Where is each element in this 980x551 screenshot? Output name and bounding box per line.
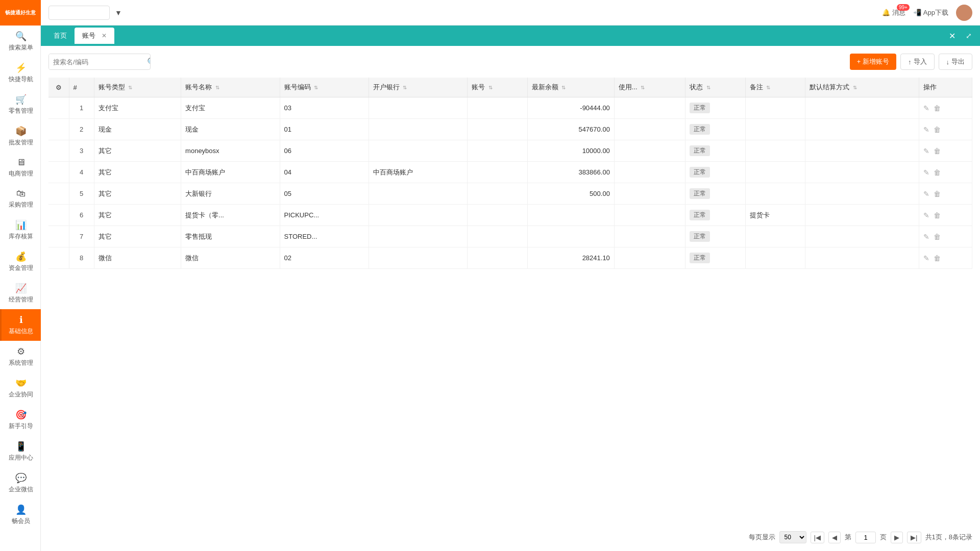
sidebar-item-newbie-guide[interactable]: 🎯 新手引导 bbox=[0, 404, 41, 436]
col-remark[interactable]: 备注 ⇅ bbox=[745, 78, 805, 97]
search-input[interactable] bbox=[49, 54, 143, 69]
delete-button[interactable]: 🗑 bbox=[934, 233, 941, 241]
topbar-dropdown-icon[interactable]: ▼ bbox=[115, 9, 122, 17]
topbar-search-input[interactable] bbox=[48, 6, 110, 20]
cell-default-settlement bbox=[805, 205, 919, 226]
import-button[interactable]: ↑ 导入 bbox=[900, 54, 935, 70]
tab-home[interactable]: 首页 bbox=[46, 28, 75, 44]
cell-account-name: 提货卡（零... bbox=[181, 205, 280, 226]
cell-balance: 383866.00 bbox=[527, 162, 614, 183]
last-page-button[interactable]: ▶| bbox=[907, 532, 921, 543]
col-account-name[interactable]: 账号名称 ⇅ bbox=[181, 78, 280, 97]
cell-bank bbox=[369, 97, 467, 119]
edit-button[interactable]: ✎ bbox=[923, 168, 929, 177]
system-icon: ⚙ bbox=[4, 346, 38, 357]
delete-button[interactable]: 🗑 bbox=[934, 254, 941, 262]
cell-account-code: 03 bbox=[280, 97, 369, 119]
cell-status: 正常 bbox=[685, 226, 745, 247]
prev-page-button[interactable]: ◀ bbox=[828, 532, 841, 543]
col-default-settlement[interactable]: 默认结算方式 ⇅ bbox=[805, 78, 919, 97]
sidebar-item-enterprise-wechat[interactable]: 💬 企业微信 bbox=[0, 467, 41, 499]
sidebar-item-inventory[interactable]: 📊 库存核算 bbox=[0, 214, 41, 246]
cell-account-code: 04 bbox=[280, 162, 369, 183]
col-bank[interactable]: 开户银行 ⇅ bbox=[369, 78, 467, 97]
cell-remark bbox=[745, 97, 805, 119]
edit-button[interactable]: ✎ bbox=[923, 104, 929, 112]
edit-button[interactable]: ✎ bbox=[923, 190, 929, 198]
sidebar-item-basic-info[interactable]: ℹ 基础信息 bbox=[0, 309, 41, 341]
sidebar-item-enterprise-agreement[interactable]: 🤝 企业协同 bbox=[0, 372, 41, 404]
cell-status: 正常 bbox=[685, 247, 745, 269]
delete-button[interactable]: 🗑 bbox=[934, 147, 941, 155]
cell-status: 正常 bbox=[685, 162, 745, 183]
cell-balance: -90444.00 bbox=[527, 97, 614, 119]
add-account-button[interactable]: + 新增账号 bbox=[850, 54, 896, 70]
sidebar-item-finance-mgmt[interactable]: 💰 资金管理 bbox=[0, 246, 41, 278]
sidebar-item-ecommerce-mgmt[interactable]: 🖥 电商管理 bbox=[0, 152, 41, 183]
delete-button[interactable]: 🗑 bbox=[934, 126, 941, 134]
col-status[interactable]: 状态 ⇅ bbox=[685, 78, 745, 97]
app-download-button[interactable]: 📲 App下载 bbox=[913, 8, 948, 17]
col-usage[interactable]: 使用... ⇅ bbox=[614, 78, 685, 97]
member-icon: 👤 bbox=[4, 504, 38, 515]
sidebar-item-wholesale-mgmt[interactable]: 📦 批发管理 bbox=[0, 120, 41, 152]
delete-button[interactable]: 🗑 bbox=[934, 190, 941, 198]
page-input[interactable] bbox=[855, 532, 876, 543]
cell-settings bbox=[48, 226, 69, 247]
delete-button[interactable]: 🗑 bbox=[934, 104, 941, 112]
sidebar-item-operation-mgmt[interactable]: 📈 经营管理 bbox=[0, 278, 41, 309]
col-account-code[interactable]: 账号编码 ⇅ bbox=[280, 78, 369, 97]
pagination: 每页显示 50 100 200 |◀ ◀ 第 页 ▶ ▶| 共1页，8条记录 bbox=[749, 531, 972, 543]
cell-index: 4 bbox=[69, 162, 94, 183]
edit-button[interactable]: ✎ bbox=[923, 126, 929, 134]
col-settings[interactable]: ⚙ bbox=[48, 78, 69, 97]
cell-account-name: moneybosx bbox=[181, 140, 280, 162]
message-button[interactable]: 🔔 消息 99+ bbox=[882, 8, 905, 17]
cell-balance: 28241.10 bbox=[527, 247, 614, 269]
cell-account-type: 微信 bbox=[94, 247, 181, 269]
page-size-select[interactable]: 50 100 200 bbox=[779, 531, 806, 543]
edit-button[interactable]: ✎ bbox=[923, 254, 929, 262]
tabbar-close-button[interactable]: ✕ bbox=[946, 30, 959, 42]
cell-usage bbox=[614, 183, 685, 205]
page-size-label: 每页显示 bbox=[749, 533, 775, 542]
sidebar-item-search-menu[interactable]: 🔍 搜索菜单 bbox=[0, 26, 41, 57]
sidebar-item-retail-mgmt[interactable]: 🛒 零售管理 bbox=[0, 89, 41, 120]
col-account-no[interactable]: 账号 ⇅ bbox=[468, 78, 527, 97]
export-icon: ↓ bbox=[946, 58, 950, 66]
sidebar-item-quick-nav[interactable]: ⚡ 快捷导航 bbox=[0, 57, 41, 89]
cell-index: 6 bbox=[69, 205, 94, 226]
delete-button[interactable]: 🗑 bbox=[934, 211, 941, 219]
cell-account-code: 01 bbox=[280, 119, 369, 140]
cell-default-settlement bbox=[805, 119, 919, 140]
basic-info-icon: ℹ bbox=[4, 314, 38, 325]
cell-usage bbox=[614, 205, 685, 226]
edit-button[interactable]: ✎ bbox=[923, 233, 929, 241]
col-account-type[interactable]: 账号类型 ⇅ bbox=[94, 78, 181, 97]
topbar-right: 🔔 消息 99+ 📲 App下载 bbox=[882, 5, 972, 21]
edit-button[interactable]: ✎ bbox=[923, 147, 929, 155]
tabbar-expand-button[interactable]: ⤢ bbox=[963, 31, 975, 41]
sidebar-item-system-mgmt[interactable]: ⚙ 系统管理 bbox=[0, 341, 41, 372]
cell-settings bbox=[48, 140, 69, 162]
next-page-button[interactable]: ▶ bbox=[891, 532, 903, 543]
cell-account-code: 02 bbox=[280, 247, 369, 269]
app-logo: 畅捷通好生意 bbox=[0, 0, 41, 26]
search-button[interactable]: 🔍 bbox=[143, 57, 151, 67]
sidebar-item-purchase-mgmt[interactable]: 🛍 采购管理 bbox=[0, 183, 41, 214]
sidebar-item-member[interactable]: 👤 畅会员 bbox=[0, 499, 41, 531]
tab-close-icon[interactable]: ✕ bbox=[102, 32, 107, 39]
delete-button[interactable]: 🗑 bbox=[934, 168, 941, 177]
edit-button[interactable]: ✎ bbox=[923, 211, 929, 219]
sidebar-item-app-center[interactable]: 📱 应用中心 bbox=[0, 436, 41, 467]
cell-status: 正常 bbox=[685, 119, 745, 140]
tab-account[interactable]: 账号 ✕ bbox=[75, 28, 114, 44]
cell-account-no bbox=[468, 162, 527, 183]
col-balance[interactable]: 最新余额 ⇅ bbox=[527, 78, 614, 97]
export-button[interactable]: ↓ 导出 bbox=[939, 54, 973, 70]
cell-balance: 547670.00 bbox=[527, 119, 614, 140]
avatar[interactable] bbox=[956, 5, 972, 21]
first-page-button[interactable]: |◀ bbox=[811, 532, 824, 543]
table-header-row: ⚙ # 账号类型 ⇅ 账号名称 ⇅ 账号编码 ⇅ 开户银行 ⇅ 账号 ⇅ 最新余… bbox=[48, 78, 972, 97]
cell-settings bbox=[48, 97, 69, 119]
